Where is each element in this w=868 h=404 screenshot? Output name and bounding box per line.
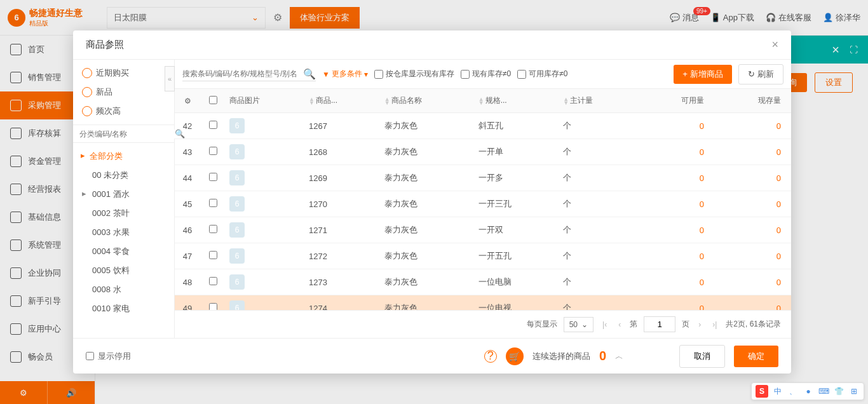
category-item[interactable]: 0004 零食 [73,242,174,261]
cell-code: 1274 [305,295,381,311]
cell-unit: 个 [559,165,637,191]
ime-skin-icon[interactable]: 👕 [833,386,844,397]
ime-punct[interactable]: 、 [787,386,799,397]
row-checkbox[interactable] [209,251,217,259]
cell-stock: 0 [714,191,791,217]
cell-spec: 一开三孔 [475,191,559,217]
product-search: 🔍 [182,67,316,81]
product-image-placeholder: 6 [229,248,245,264]
table-row[interactable]: 4761272泰力灰色一开五孔个00 [175,243,791,269]
product-search-input[interactable] [182,67,303,81]
ime-tools-icon[interactable]: ⊞ [848,386,860,397]
category-search-input[interactable] [79,130,175,138]
table-row[interactable]: 4361268泰力灰色一开单个00 [175,139,791,165]
table-row[interactable]: 4461269泰力灰色一开多个00 [175,165,791,191]
cell-code: 1273 [305,269,381,295]
col-available[interactable]: 可用量 [637,89,714,113]
table-row[interactable]: 4661271泰力灰色一开双个00 [175,217,791,243]
table-row[interactable]: 4961274泰力灰色一位电视个00 [175,295,791,311]
star-icon [82,106,92,116]
col-name[interactable]: ▲▼商品名称 [381,89,475,113]
show-disabled-checkbox[interactable]: 显示停用 [86,351,131,362]
cell-available: 0 [637,191,714,217]
col-select-all[interactable] [200,89,226,113]
table-row[interactable]: 4861273泰力灰色一位电脑个00 [175,269,791,295]
cell-name: 泰力灰色 [381,113,475,139]
cell-name: 泰力灰色 [381,165,475,191]
chk-by-warehouse[interactable]: 按仓库显示现有库存 [374,69,454,79]
page-input[interactable] [644,316,675,332]
row-checkbox[interactable] [209,121,217,129]
close-icon[interactable]: × [771,38,778,51]
ok-button[interactable]: 确定 [734,346,778,367]
chevron-up-icon[interactable]: ︿ [615,351,623,362]
ime-toolbar[interactable]: S 中 、 ● ⌨ 👕 ⊞ [751,382,864,400]
product-image-placeholder: 6 [229,274,245,290]
col-stock[interactable]: 现存量 [714,89,791,113]
category-all[interactable]: 全部分类 [73,147,174,166]
row-checkbox[interactable] [209,199,217,207]
cell-unit: 个 [559,243,637,269]
per-page-select[interactable]: 50 ⌄ [564,317,593,332]
cell-name: 泰力灰色 [381,191,475,217]
category-search: 🔍 [73,125,174,143]
cell-spec: 一开单 [475,139,559,165]
chk-avail-nonzero[interactable]: 可用库存≠0 [517,69,567,79]
ime-keyboard-icon[interactable]: ⌨ [818,386,829,397]
modal-toolbar: 🔍 ▼ 更多条件 ▾ 按仓库显示现有库存 现有库存≠0 可用库存≠0 + 新增商… [175,60,791,89]
page-total: 共2页, 61条记录 [726,319,781,330]
table-header-row: ⚙ 商品图片 ▲▼商品... ▲▼商品名称 ▲▼规格... ▲▼主计量 可用量 … [175,89,791,113]
first-page-button[interactable]: |‹ [600,320,609,329]
filter-recent[interactable]: 近期购买 [73,64,174,83]
category-item[interactable]: 0010 家电 [73,299,174,318]
product-image-placeholder: 6 [229,118,245,133]
row-index: 45 [175,191,200,217]
ime-voice-icon[interactable]: ● [803,386,814,397]
filter-frequent[interactable]: 频次高 [73,102,174,121]
category-item[interactable]: 00 未分类 [73,166,174,185]
filter-new[interactable]: 新品 [73,83,174,102]
prev-page-button[interactable]: ‹ [616,320,623,329]
help-icon[interactable]: ? [484,350,497,363]
row-checkbox[interactable] [209,225,217,233]
ime-lang[interactable]: 中 [772,386,783,397]
collapse-handle[interactable]: « [165,66,175,91]
col-image[interactable]: 商品图片 [226,89,305,113]
row-checkbox[interactable] [209,277,217,285]
next-page-button[interactable]: › [696,320,703,329]
table-row[interactable]: 4561270泰力灰色一开三孔个00 [175,191,791,217]
row-checkbox[interactable] [209,303,217,310]
cell-stock: 0 [714,217,791,243]
category-item[interactable]: 0005 饮料 [73,261,174,280]
last-page-button[interactable]: ›| [710,320,719,329]
more-conditions[interactable]: ▼ 更多条件 ▾ [322,69,368,79]
pagination: 每页显示 50 ⌄ |‹ ‹ 第 页 › ›| 共2页, 61条记录 [175,310,791,338]
row-checkbox[interactable] [209,147,217,155]
category-item[interactable]: 0001 酒水 [73,185,174,204]
cell-stock: 0 [714,269,791,295]
category-item[interactable]: 0008 水 [73,280,174,299]
refresh-button[interactable]: ↻ 刷新 [738,64,783,84]
col-spec[interactable]: ▲▼规格... [475,89,559,113]
cell-available: 0 [637,295,714,311]
row-index: 48 [175,269,200,295]
category-item[interactable]: 0003 水果 [73,223,174,242]
cart-icon[interactable]: 🛒 [506,347,524,365]
col-unit[interactable]: ▲▼主计量 [559,89,637,113]
cell-name: 泰力灰色 [381,295,475,311]
table-row[interactable]: 4261267泰力灰色斜五孔个00 [175,113,791,139]
row-index: 47 [175,243,200,269]
row-checkbox[interactable] [209,173,217,181]
category-item[interactable]: 0002 茶叶 [73,204,174,223]
col-settings[interactable]: ⚙ [175,89,200,113]
search-icon[interactable]: 🔍 [303,68,316,80]
cell-unit: 个 [559,139,637,165]
new-product-button[interactable]: + 新增商品 [674,65,732,84]
chk-stock-nonzero[interactable]: 现有库存≠0 [461,69,511,79]
cell-available: 0 [637,139,714,165]
cell-code: 1270 [305,191,381,217]
row-index: 44 [175,165,200,191]
cancel-button[interactable]: 取消 [679,345,725,368]
product-table[interactable]: ⚙ 商品图片 ▲▼商品... ▲▼商品名称 ▲▼规格... ▲▼主计量 可用量 … [175,89,791,310]
col-code[interactable]: ▲▼商品... [305,89,381,113]
